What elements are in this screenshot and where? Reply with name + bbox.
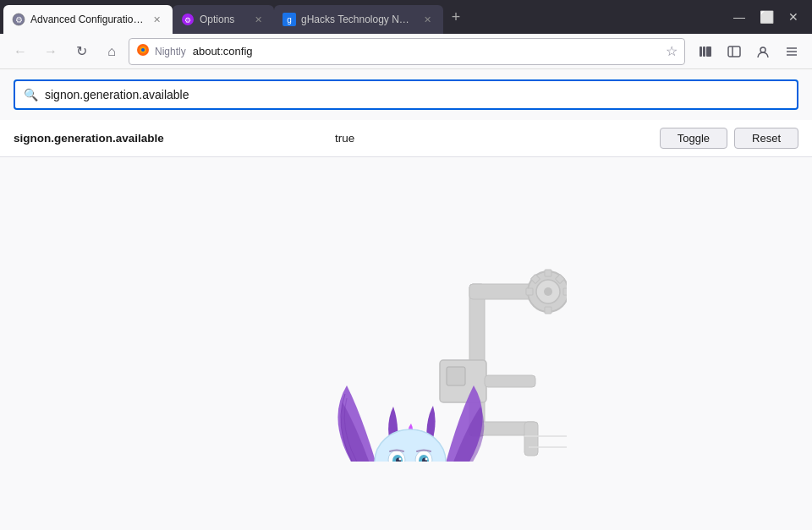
toolbar-icons xyxy=(692,38,805,65)
address-input[interactable] xyxy=(193,45,661,57)
result-actions: Toggle Reset xyxy=(660,128,798,149)
title-bar: ⚙ Advanced Configurations ✕ ⚙ Options ✕ xyxy=(0,0,812,34)
svg-rect-33 xyxy=(524,422,538,456)
tab-label-ghacks: gHacks Technology News xyxy=(301,14,414,25)
close-button[interactable]: ✕ xyxy=(782,5,805,29)
toggle-button[interactable]: Toggle xyxy=(660,128,727,149)
minimize-button[interactable]: — xyxy=(727,5,751,29)
tab-close-options[interactable]: ✕ xyxy=(250,12,266,27)
bookmark-star-icon[interactable]: ☆ xyxy=(666,43,678,59)
nav-bar: ← → ↻ ⌂ Nightly ☆ xyxy=(0,34,812,69)
search-icon: 🔍 xyxy=(24,88,38,101)
svg-point-8 xyxy=(141,48,145,52)
reset-button[interactable]: Reset xyxy=(734,128,798,149)
tab-close-advanced-config[interactable]: ✕ xyxy=(149,12,164,27)
add-tab-button[interactable]: + xyxy=(443,4,469,30)
svg-rect-30 xyxy=(447,367,465,385)
reload-button[interactable]: ↻ xyxy=(68,38,95,65)
tab-label-options: Options xyxy=(200,14,245,25)
svg-rect-25 xyxy=(526,288,533,295)
library-button[interactable] xyxy=(692,38,719,65)
svg-rect-26 xyxy=(563,288,567,295)
tab-ghacks[interactable]: g gHacks Technology News ✕ xyxy=(274,5,443,34)
search-input[interactable] xyxy=(45,88,788,101)
forward-button[interactable]: → xyxy=(37,38,64,65)
result-row: signon.generation.available true Toggle … xyxy=(0,120,812,157)
search-bar: 🔍 xyxy=(0,69,812,120)
tab-favicon-ghacks: g xyxy=(283,13,296,26)
reload-icon: ↻ xyxy=(76,43,87,59)
window-controls: — ⬜ ✕ xyxy=(721,0,812,34)
account-button[interactable] xyxy=(749,38,776,65)
svg-rect-31 xyxy=(485,375,535,387)
svg-rect-23 xyxy=(545,270,551,276)
svg-point-47 xyxy=(399,458,402,461)
home-button[interactable]: ⌂ xyxy=(98,38,125,65)
svg-rect-11 xyxy=(706,46,711,57)
svg-point-41 xyxy=(375,429,446,462)
svg-point-22 xyxy=(544,287,552,296)
browser-logo xyxy=(136,43,150,59)
svg-point-14 xyxy=(760,47,765,52)
tab-advanced-config[interactable]: ⚙ Advanced Configurations ✕ xyxy=(3,5,173,34)
search-input-wrap[interactable]: 🔍 xyxy=(14,79,798,110)
back-icon: ← xyxy=(14,44,27,59)
tab-close-ghacks[interactable]: ✕ xyxy=(420,12,435,27)
tab-options[interactable]: ⚙ Options ✕ xyxy=(173,5,274,34)
maximize-button[interactable]: ⬜ xyxy=(754,5,778,29)
menu-button[interactable] xyxy=(778,38,805,65)
svg-rect-24 xyxy=(545,307,551,314)
svg-text:⚙: ⚙ xyxy=(184,16,191,25)
illustration-area xyxy=(0,208,812,462)
forward-icon: → xyxy=(44,44,58,59)
back-button[interactable]: ← xyxy=(7,38,34,65)
svg-rect-12 xyxy=(728,46,740,57)
sidebars-button[interactable] xyxy=(721,38,748,65)
browser-label: Nightly xyxy=(155,46,186,57)
svg-text:⚙: ⚙ xyxy=(15,15,23,25)
tab-label-advanced-config: Advanced Configurations xyxy=(30,14,144,25)
result-name: signon.generation.available xyxy=(14,132,335,145)
tabs-area: ⚙ Advanced Configurations ✕ ⚙ Options ✕ xyxy=(0,0,721,34)
result-value: true xyxy=(335,132,660,145)
content-area: 🔍 signon.generation.available true Toggl… xyxy=(0,69,812,530)
tab-favicon-config: ⚙ xyxy=(12,13,25,26)
svg-rect-10 xyxy=(703,46,705,57)
svg-point-51 xyxy=(425,458,428,461)
home-icon: ⌂ xyxy=(107,44,116,59)
svg-rect-9 xyxy=(700,46,702,57)
tab-favicon-options: ⚙ xyxy=(181,13,195,26)
nightly-dragon-illustration xyxy=(245,208,567,462)
address-bar[interactable]: Nightly ☆ xyxy=(129,38,685,65)
svg-text:g: g xyxy=(287,15,292,25)
